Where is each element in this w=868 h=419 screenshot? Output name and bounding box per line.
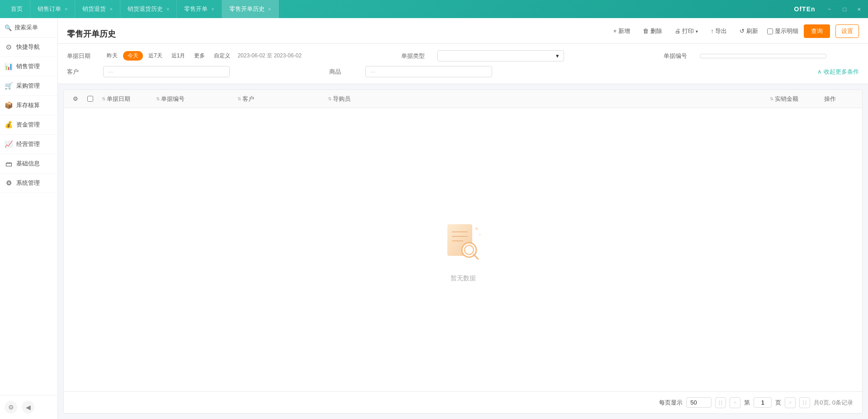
- svg-line-6: [474, 254, 478, 259]
- minimize-btn[interactable]: －: [823, 3, 836, 15]
- purchase-icon: 🛒: [5, 82, 13, 90]
- pagination-bar: 每页显示 50 100 200 ⟨⟨ ＜ 第 页 ＞ ⟩⟩ 共0页, 0条记录: [64, 391, 862, 413]
- close-icon[interactable]: ×: [211, 6, 214, 12]
- maximize-btn[interactable]: □: [840, 4, 850, 14]
- type-select[interactable]: ▾: [437, 50, 564, 61]
- empty-illustration: [438, 217, 488, 267]
- collapse-sidebar-btn[interactable]: ◀: [22, 401, 34, 414]
- table-header: ⚙ ⇅ 单据日期 ⇅ 单据编号 ⇅ 客户 ⇅: [64, 90, 862, 108]
- close-icon[interactable]: ×: [109, 6, 112, 12]
- tab-return-history[interactable]: 销货退货历史 ×: [120, 0, 177, 18]
- sidebar-item-basic-info[interactable]: 🗃 基础信息: [0, 154, 57, 174]
- prev-page-btn[interactable]: ＜: [730, 397, 740, 408]
- total-info: 共0页, 0条记录: [814, 399, 853, 407]
- close-icon[interactable]: ×: [65, 6, 67, 12]
- top-bar-right: OfTEn － □ ×: [791, 3, 864, 15]
- sidebar-item-purchase[interactable]: 🛒 采购管理: [0, 76, 57, 96]
- sidebar-item-finance[interactable]: 💰 资金管理: [0, 115, 57, 135]
- th-checkbox[interactable]: [84, 96, 98, 102]
- table-container: ⚙ ⇅ 单据日期 ⇅ 单据编号 ⇅ 客户 ⇅: [63, 89, 863, 414]
- date-btn-more[interactable]: 更多: [190, 51, 209, 61]
- chevron-down-icon: ▾: [556, 52, 559, 59]
- date-btn-yesterday[interactable]: 昨天: [103, 51, 121, 61]
- tab-return-goods[interactable]: 销货退货 ×: [75, 0, 120, 18]
- sidebar: 🔍 搜索采单 ⊙ 快捷导航 📊 销售管理 🛒 采购管理 📦 库存核算 💰 资金管…: [0, 18, 58, 419]
- customer-input[interactable]: ···: [103, 66, 230, 77]
- date-filter-label: 单据日期: [67, 52, 94, 60]
- home-icon: ⊙: [5, 43, 13, 51]
- chevron-down-icon: ▾: [696, 29, 698, 34]
- sales-icon: 📊: [5, 62, 13, 71]
- top-bar: 首页 销售订单 × 销货退货 × 销货退货历史 × 零售开单 × 零售开单历史 …: [0, 0, 868, 18]
- first-page-btn[interactable]: ⟨⟨: [715, 397, 726, 408]
- page-title: 零售开单历史: [67, 28, 116, 39]
- query-button[interactable]: 查询: [804, 24, 830, 38]
- sidebar-item-system[interactable]: ⚙ 系统管理: [0, 174, 57, 193]
- th-settings[interactable]: ⚙: [69, 95, 84, 102]
- info-icon: 🗃: [5, 160, 13, 168]
- new-button[interactable]: + 新增: [610, 25, 634, 37]
- sort-icon: ⇅: [328, 96, 332, 101]
- export-button[interactable]: ↑ 导出: [707, 25, 730, 37]
- close-window-btn[interactable]: ×: [854, 4, 864, 14]
- sort-icon: ⇅: [770, 96, 773, 101]
- svg-point-8: [479, 234, 481, 235]
- tab-retail-history[interactable]: 零售开单历史 ×: [222, 0, 279, 18]
- th-amount[interactable]: ⇅ 实销金额: [766, 95, 821, 103]
- settings-bottom-btn[interactable]: ⚙: [5, 401, 17, 414]
- last-page-btn[interactable]: ⟩⟩: [799, 397, 810, 408]
- date-btn-custom[interactable]: 自定义: [210, 51, 234, 61]
- date-btn-today[interactable]: 今天: [123, 51, 143, 61]
- date-btn-7days[interactable]: 近7天: [145, 51, 166, 61]
- next-page-btn[interactable]: ＞: [785, 397, 796, 408]
- sidebar-search[interactable]: 🔍 搜索采单: [0, 18, 57, 38]
- empty-state: 暂无数据: [64, 108, 862, 391]
- th-customer[interactable]: ⇅ 客户: [234, 95, 324, 103]
- settings-button[interactable]: 设置: [835, 24, 859, 38]
- th-action: 操作: [821, 95, 857, 103]
- empty-text: 暂无数据: [451, 274, 476, 282]
- display-detail-checkbox[interactable]: 显示明细: [767, 27, 798, 35]
- date-btn-1month[interactable]: 近1月: [168, 51, 189, 61]
- sidebar-item-sales[interactable]: 📊 销售管理: [0, 57, 57, 76]
- select-all-checkbox[interactable]: [87, 96, 93, 102]
- filter-area: 单据日期 昨天 今天 近7天 近1月 更多 自定义 2023-06-02 至 2…: [58, 44, 868, 84]
- customer-filter-label: 客户: [67, 68, 94, 76]
- tab-retail-order[interactable]: 零售开单 ×: [177, 0, 222, 18]
- delete-button[interactable]: 🗑 删除: [639, 25, 666, 37]
- filter-row-2: 客户 ··· 商品 ··· ∧ 收起更多条件: [67, 66, 859, 77]
- type-filter-label: 单据类型: [401, 52, 428, 60]
- close-icon[interactable]: ×: [268, 6, 271, 12]
- page-input[interactable]: [754, 397, 772, 408]
- print-button[interactable]: 🖨 打印 ▾: [671, 25, 702, 37]
- dots-icon: ···: [370, 68, 375, 75]
- number-input[interactable]: [700, 54, 826, 58]
- refresh-button[interactable]: ↺ 刷新: [736, 25, 762, 37]
- date-buttons: 昨天 今天 近7天 近1月 更多 自定义 2023-06-02 至 2023-0…: [103, 51, 302, 61]
- sidebar-item-inventory[interactable]: 📦 库存核算: [0, 96, 57, 115]
- per-page-label: 每页显示: [659, 399, 683, 407]
- close-icon[interactable]: ×: [166, 6, 169, 12]
- sort-icon: ⇅: [237, 96, 241, 101]
- operations-icon: 📈: [5, 140, 13, 148]
- brand-logo: OfTEn: [791, 4, 819, 14]
- goods-input[interactable]: ···: [365, 66, 492, 77]
- per-page-select[interactable]: 50 100 200: [686, 397, 711, 408]
- chevron-up-icon: ∧: [817, 68, 822, 75]
- tab-sales-order[interactable]: 销售订单 ×: [30, 0, 75, 18]
- toolbar: + 新增 🗑 删除 🖨 打印 ▾ ↑ 导出 ↺ 刷新 显示明细: [610, 24, 859, 43]
- settings-icon: ⚙: [73, 95, 78, 102]
- page-label: 第: [744, 399, 750, 407]
- sidebar-item-quick-nav[interactable]: ⊙ 快捷导航: [0, 38, 57, 57]
- page-header: 零售开单历史 + 新增 🗑 删除 🖨 打印 ▾ ↑ 导出 ↺ 刷新: [58, 18, 868, 44]
- tab-home[interactable]: 首页: [4, 0, 30, 18]
- th-number[interactable]: ⇅ 单据编号: [152, 95, 234, 103]
- collapse-btn[interactable]: ∧ 收起更多条件: [817, 68, 859, 76]
- sidebar-bottom: ⚙ ◀: [0, 395, 57, 419]
- page-suffix: 页: [775, 399, 781, 407]
- sort-icon: ⇅: [156, 96, 160, 101]
- main-layout: 🔍 搜索采单 ⊙ 快捷导航 📊 销售管理 🛒 采购管理 📦 库存核算 💰 资金管…: [0, 18, 868, 419]
- th-date[interactable]: ⇅ 单据日期: [98, 95, 152, 103]
- th-guide[interactable]: ⇅ 导购员: [324, 95, 379, 103]
- sidebar-item-operations[interactable]: 📈 经营管理: [0, 135, 57, 154]
